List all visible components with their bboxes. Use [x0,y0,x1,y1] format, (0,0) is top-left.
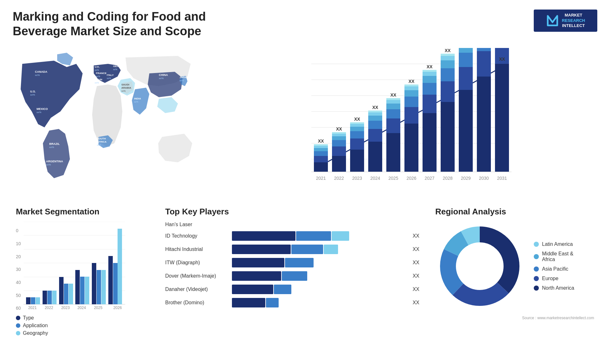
svg-text:xx%: xx% [121,90,125,92]
player-row-hans: Han’s Laser [165,222,419,227]
players-section: Top Key Players Han’s Laser ID Technolog… [162,204,423,339]
svg-text:XX: XX [354,117,360,122]
svg-text:GERMANY: GERMANY [113,65,126,68]
logo-icon [546,14,559,27]
svg-rect-65 [368,121,382,129]
player-name-id: ID Technology [165,233,229,239]
player-value-id: XX [413,233,419,239]
svg-rect-80 [404,90,418,97]
svg-rect-101 [459,48,473,53]
svg-rect-88 [423,72,437,76]
svg-text:2022: 2022 [44,306,53,310]
svg-rect-141 [85,277,89,304]
svg-rect-108 [495,64,509,172]
svg-text:CANADA: CANADA [35,70,47,73]
svg-rect-147 [118,229,122,304]
svg-text:xx%: xx% [159,77,164,80]
regional-item-europe: Europe [534,276,574,281]
svg-text:xx%: xx% [95,69,99,71]
regional-label-na: North America [542,285,574,291]
segmentation-title: Market Segmentation [16,207,149,217]
svg-rect-130 [26,297,30,304]
svg-rect-106 [477,48,491,51]
regional-item-mea: Middle East &Africa [534,251,574,262]
svg-text:XX: XX [372,105,378,110]
player-bar-dover-1 [232,271,281,281]
svg-text:ITALY: ITALY [107,74,114,77]
svg-text:2031: 2031 [497,176,507,181]
svg-text:2023: 2023 [352,176,362,181]
svg-rect-137 [64,284,68,304]
svg-rect-138 [69,284,73,304]
legend-item-type: Type [16,315,149,321]
player-row-danaher: Danaher (Videojet) XX [165,285,419,294]
svg-rect-96 [441,54,455,56]
svg-rect-99 [459,67,473,90]
svg-text:U.S.: U.S. [30,90,36,93]
svg-text:SPAIN: SPAIN [95,78,102,81]
svg-text:xx%: xx% [96,75,100,78]
svg-text:2024: 2024 [77,306,86,310]
svg-text:2030: 2030 [479,176,489,181]
player-bar-hitachi-1 [232,245,291,254]
player-bar-danaher-1 [232,285,273,294]
map-section: CANADA xx% U.S. xx% MEXICO xx% BRAZIL xx… [13,45,203,194]
svg-rect-63 [368,142,382,172]
svg-text:xx%: xx% [113,68,117,71]
svg-text:MEXICO: MEXICO [37,107,48,111]
svg-rect-43 [314,156,328,162]
svg-text:xx%: xx% [134,101,138,103]
svg-text:2025: 2025 [94,306,102,310]
svg-text:2021: 2021 [316,176,326,181]
svg-rect-91 [441,102,455,172]
svg-rect-104 [477,77,491,172]
svg-rect-140 [80,277,85,304]
player-value-brother: XX [413,300,419,306]
player-bar-brother-1 [232,298,265,307]
regional-dot-na [534,286,539,291]
svg-rect-85 [423,95,437,113]
svg-rect-143 [97,270,101,304]
player-name-itw: ITW (Diagraph) [165,260,229,266]
segmentation-section: Market Segmentation 60 50 40 30 20 10 0 [13,204,152,339]
svg-text:2025: 2025 [388,176,398,181]
player-bar-itw-2 [285,258,314,267]
growth-chart: XX XX XX [216,48,591,191]
legend-dot-type [16,316,20,320]
svg-rect-66 [368,116,382,121]
regional-label-asia: Asia Pacific [542,266,568,272]
header: Marking and Coding for Food and Beverage… [13,10,597,38]
player-name-dover: Dover (Markem-Imaje) [165,273,229,279]
world-map: CANADA xx% U.S. xx% MEXICO xx% BRAZIL xx… [13,45,203,194]
svg-text:2029: 2029 [461,176,471,181]
svg-rect-95 [441,56,455,60]
player-name-brother: Brother (Domino) [165,300,229,306]
svg-rect-67 [368,112,382,116]
svg-text:xx%: xx% [30,93,35,96]
svg-rect-136 [59,277,64,304]
svg-text:2022: 2022 [334,176,344,181]
svg-text:xx%: xx% [97,144,101,146]
regional-label-europe: Europe [542,276,559,281]
player-bar-brother-2 [266,298,279,307]
regional-dot-latin [534,242,539,247]
svg-text:xx%: xx% [95,82,99,84]
svg-rect-50 [332,146,346,156]
svg-text:JAPAN: JAPAN [180,76,188,79]
player-value-hitachi: XX [413,246,419,252]
svg-text:2026: 2026 [113,306,122,310]
svg-text:xx%: xx% [107,77,111,79]
svg-rect-73 [386,104,400,109]
player-bar-itw-1 [232,258,284,267]
svg-text:xx%: xx% [180,79,184,82]
svg-rect-59 [350,127,364,131]
page: Marking and Coding for Food and Beverage… [0,0,610,364]
player-bars-itw [232,258,408,267]
svg-rect-71 [386,118,400,133]
svg-rect-74 [386,100,400,104]
svg-rect-94 [441,60,455,68]
svg-text:XX: XX [409,79,415,84]
legend-label-type: Type [23,315,34,321]
svg-text:XX: XX [427,64,433,69]
svg-text:xx%: xx% [35,74,40,77]
